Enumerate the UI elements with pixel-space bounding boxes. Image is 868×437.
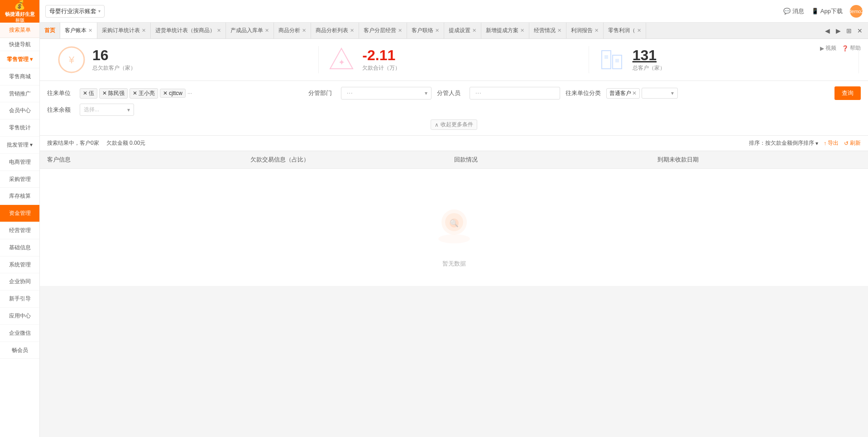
classification-select[interactable]: ▾ xyxy=(642,88,678,99)
tab-bar: 首页 客户账本 ✕ 采购订单统计表 ✕ 进货单统计表（按商品） ✕ 产成品入库单… xyxy=(40,23,868,39)
export-label: 导出 xyxy=(828,139,839,147)
tab-close-icon[interactable]: ✕ xyxy=(350,28,354,33)
quick-nav-btn[interactable]: 快捷导航 xyxy=(0,38,39,51)
tab-home[interactable]: 首页 xyxy=(40,23,60,38)
filter-more-btn[interactable]: ··· xyxy=(187,90,192,96)
search-menu-btn[interactable]: 搜索菜单 xyxy=(0,23,39,38)
refresh-btn[interactable]: ↺ 刷新 xyxy=(844,139,861,147)
filter-row-1: 往来单位 ✕ 伍 ✕ 陈民强 ✕ 王小亮 ✕ xyxy=(47,86,861,100)
tab-product-inbound[interactable]: 产成品入库单 ✕ xyxy=(226,23,274,38)
collapse-btn[interactable]: ∧ 收起更多条件 xyxy=(431,119,477,130)
dept-more-icon[interactable]: ··· xyxy=(347,89,353,97)
overdue-amount: 欠款金额 0.00元 xyxy=(106,139,146,147)
balance-chevron-icon: ▾ xyxy=(127,107,130,113)
logo-icon: 💰 xyxy=(14,0,25,10)
tab-profit-report[interactable]: 利润报告 ✕ xyxy=(566,23,604,38)
stat-total-value: 131 xyxy=(633,48,665,62)
tab-customer-accounts-label: 客户账本 xyxy=(65,27,86,34)
tab-bar-end: ◀ ▶ ⊞ ✕ xyxy=(819,23,868,38)
tab-close-icon[interactable]: ✕ xyxy=(88,28,92,33)
tag-close-icon[interactable]: ✕ xyxy=(133,90,137,96)
person-select[interactable]: ··· xyxy=(470,87,560,100)
sidebar-item-finance[interactable]: 资金管理 xyxy=(0,205,39,222)
tab-business-situation[interactable]: 经营情况 ✕ xyxy=(529,23,566,38)
sidebar-item-inventory[interactable]: 库存核算 xyxy=(0,188,39,205)
tab-nav-next-btn[interactable]: ▶ xyxy=(834,26,843,35)
sidebar-item-app-center[interactable]: 应用中心 xyxy=(0,308,39,325)
tab-nav-menu-btn[interactable]: ⊞ xyxy=(844,26,854,35)
table-container: 客户信息 欠款交易信息（占比） 回款情况 到期未收款日期 🔍 暂无数据 xyxy=(40,151,868,286)
tab-close-icon[interactable]: ✕ xyxy=(595,28,599,33)
logo-line2: 标版 xyxy=(15,18,24,23)
tab-close-icon[interactable]: ✕ xyxy=(265,28,269,33)
export-icon: ↑ xyxy=(824,140,826,147)
tab-product-analysis[interactable]: 商品分析 ✕ xyxy=(274,23,311,38)
tab-promotion-settings-label: 提成设置 xyxy=(449,27,470,34)
tab-close-icon[interactable]: ✕ xyxy=(398,28,402,33)
person-more-icon[interactable]: ··· xyxy=(475,89,481,97)
sidebar-item-enterprise-collab[interactable]: 企业协同 xyxy=(0,273,39,290)
sort-btn[interactable]: 排序：按欠款金额倒序排序 ▾ xyxy=(749,139,818,147)
sidebar-item-retail-mgmt[interactable]: 零售管理 ▾ xyxy=(0,51,39,68)
stat-overdue-total: ✦ -2.11 欠款合计（万） xyxy=(319,46,589,73)
tab-purchase-stats-by-product[interactable]: 进货单统计表（按商品） ✕ xyxy=(151,23,226,38)
query-btn[interactable]: 查询 xyxy=(834,86,861,100)
sidebar-item-purchase-mgmt[interactable]: 采购管理 xyxy=(0,171,39,188)
tab-close-icon[interactable]: ✕ xyxy=(435,28,439,33)
sidebar-item-system-mgmt[interactable]: 系统管理 xyxy=(0,256,39,274)
tab-add-promotion-label: 新增提成方案 xyxy=(486,27,518,34)
tab-close-icon[interactable]: ✕ xyxy=(472,28,476,33)
svg-rect-6 xyxy=(604,55,608,59)
sidebar-item-ecommerce[interactable]: 电商管理 xyxy=(0,154,39,171)
tag-close-icon[interactable]: ✕ xyxy=(83,90,87,96)
sidebar-item-retail-stats[interactable]: 零售统计 xyxy=(0,119,39,137)
classify-close-icon[interactable]: ✕ xyxy=(632,90,637,96)
tab-purchase-order-stats[interactable]: 采购订单统计表 ✕ xyxy=(97,23,151,38)
tab-close-icon[interactable]: ✕ xyxy=(637,28,641,33)
tab-customer-tier[interactable]: 客户分层经营 ✕ xyxy=(359,23,407,38)
message-btn[interactable]: 💬 消息 xyxy=(783,7,804,15)
dept-select[interactable]: ··· ▾ xyxy=(341,87,432,100)
sidebar-item-marketing[interactable]: 营销推广 xyxy=(0,86,39,103)
tab-customer-contact[interactable]: 客户联络 ✕ xyxy=(407,23,444,38)
tab-product-analysis-list[interactable]: 商品分析列表 ✕ xyxy=(311,23,359,38)
tag-close-icon[interactable]: ✕ xyxy=(102,90,107,96)
tab-close-icon[interactable]: ✕ xyxy=(217,28,221,33)
tab-nav-prev-btn[interactable]: ◀ xyxy=(823,26,832,35)
tab-close-icon[interactable]: ✕ xyxy=(520,28,524,33)
tab-close-icon[interactable]: ✕ xyxy=(142,28,146,33)
avatar-label: demo2 xyxy=(849,9,864,14)
collapse-up-icon: ∧ xyxy=(435,122,439,128)
video-btn[interactable]: ▶ 视频 xyxy=(820,44,836,52)
workspace-selector[interactable]: 母婴行业演示账套 ▾ xyxy=(45,5,105,18)
tab-add-promotion-plan[interactable]: 新增提成方案 ✕ xyxy=(481,23,529,38)
search-result-right: 排序：按欠款金额倒序排序 ▾ ↑ 导出 ↺ 刷新 xyxy=(749,139,861,147)
sidebar-item-membership[interactable]: 会员中心 xyxy=(0,102,39,119)
tab-promotion-settings[interactable]: 提成设置 ✕ xyxy=(444,23,481,38)
svg-text:🔍: 🔍 xyxy=(450,219,459,228)
top-bar: 母婴行业演示账套 ▾ 💬 消息 📱 App下载 demo2 xyxy=(40,0,868,23)
tag-close-icon[interactable]: ✕ xyxy=(163,90,168,96)
classification-tags: 普通客户 ✕ ▾ xyxy=(606,88,830,99)
filter-tag-1: ✕ 伍 xyxy=(80,88,97,99)
stat-overdue-icon: ✦ xyxy=(328,46,355,73)
tab-close-icon[interactable]: ✕ xyxy=(302,28,306,33)
sidebar-item-wholesale-mgmt[interactable]: 批发管理 ▾ xyxy=(0,137,39,154)
app-download-btn[interactable]: 📱 App下载 xyxy=(811,7,843,15)
sidebar-item-retail-mall[interactable]: 零售商城 xyxy=(0,68,39,86)
balance-select[interactable]: 选择... ▾ xyxy=(80,104,134,116)
export-btn[interactable]: ↑ 导出 xyxy=(824,139,839,147)
sidebar-item-vip-member[interactable]: 畅会员 xyxy=(0,342,39,359)
sidebar-item-operations[interactable]: 经营管理 xyxy=(0,222,39,239)
tab-close-icon[interactable]: ✕ xyxy=(557,28,561,33)
sidebar-item-basic-info[interactable]: 基础信息 xyxy=(0,239,39,256)
tab-product-analysis-list-label: 商品分析列表 xyxy=(316,27,348,34)
sidebar-item-enterprise-wechat[interactable]: 企业微信 xyxy=(0,325,39,342)
avatar[interactable]: demo2 xyxy=(850,5,863,18)
help-btn[interactable]: ❓ 帮助 xyxy=(842,44,861,52)
sidebar-item-new-user-guide[interactable]: 新手引导 xyxy=(0,290,39,308)
content-area: ¥ 16 总欠款客户（家） ✦ -2.11 欠款合计（万） xyxy=(40,39,868,437)
tab-nav-close-btn[interactable]: ✕ xyxy=(855,26,864,35)
tab-retail-profit[interactable]: 零售利润（ ✕ xyxy=(604,23,646,38)
tab-customer-accounts[interactable]: 客户账本 ✕ xyxy=(60,23,97,38)
